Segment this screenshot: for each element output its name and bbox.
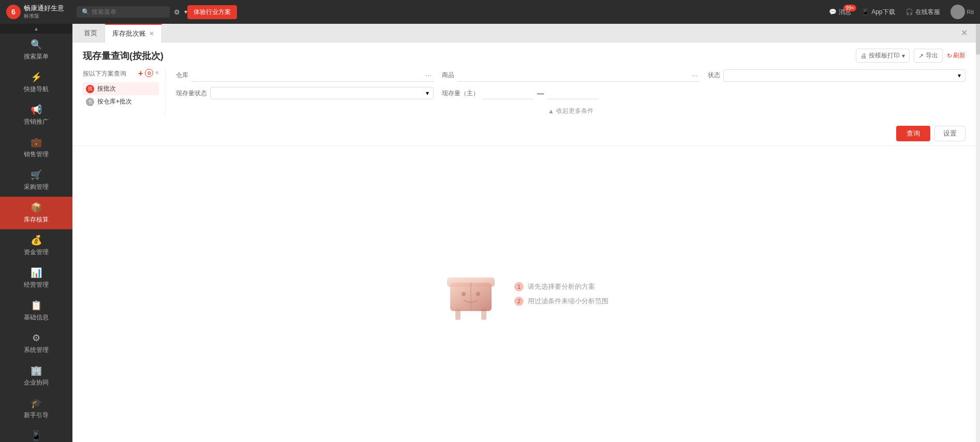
- refresh-button[interactable]: ↻ 刷新: [947, 51, 966, 60]
- empty-tip-1: 1 请先选择要分析的方案: [514, 282, 608, 291]
- user-name: Rit: [967, 9, 974, 15]
- add-scheme-icon[interactable]: +: [138, 69, 143, 78]
- filter-status: 状态 ▾: [708, 69, 966, 82]
- sidebar-item-purchase[interactable]: 🛒 采购管理: [0, 164, 72, 197]
- tip-num-2: 2: [514, 297, 524, 306]
- refresh-label: 刷新: [953, 51, 966, 60]
- messages-badge: 99+: [843, 5, 856, 11]
- tab-home-label: 首页: [84, 28, 97, 38]
- sidebar-item-sales[interactable]: 💼 销售管理: [0, 131, 72, 164]
- user-avatar-action[interactable]: Rit: [951, 5, 974, 19]
- app-center-icon: 📱: [31, 430, 42, 441]
- stock-status-select[interactable]: ▾: [210, 87, 434, 99]
- stock-amount-min[interactable]: [482, 87, 534, 99]
- export-label: 导出: [926, 51, 938, 60]
- filter-stock-amount: 现存量（主） —: [442, 87, 700, 99]
- sidebar-item-quick-nav[interactable]: ⚡ 快捷导航: [0, 66, 72, 99]
- message-icon: 💬: [829, 8, 837, 16]
- search-input[interactable]: [92, 8, 164, 16]
- sidebar-scroll-up[interactable]: ▲: [0, 24, 72, 34]
- warehouse-input[interactable]: ···: [191, 69, 434, 82]
- stock-status-label: 现存量状态: [176, 89, 207, 98]
- tab-inventory-batch[interactable]: 库存批次账 ✕: [105, 24, 162, 42]
- trial-button[interactable]: 体验行业方案: [187, 5, 237, 19]
- svg-point-6: [476, 292, 480, 296]
- app-version: 标准版: [24, 12, 64, 20]
- goods-label: 商品: [442, 71, 454, 80]
- query-button[interactable]: 查询: [896, 126, 930, 141]
- goods-dots-icon[interactable]: ···: [691, 71, 697, 79]
- sidebar-item-app-center[interactable]: 📱 应用中心: [0, 425, 72, 442]
- export-button[interactable]: ↗ 导出: [914, 49, 943, 63]
- tab-inventory-batch-label: 库存批次账: [112, 29, 146, 38]
- main-layout: ▲ 🔍 搜索菜单 ⚡ 快捷导航 📢 营销推广 💼 销售管理 🛒 采购管理 📦 库…: [0, 24, 980, 442]
- basics-icon: 📋: [31, 300, 42, 311]
- enterprise-icon: 🏢: [31, 365, 42, 376]
- settings-button[interactable]: 设置: [934, 126, 966, 141]
- filter-scheme-title: 按以下方案查询 + ⚙ «: [83, 69, 159, 78]
- operations-icon: 📊: [31, 267, 42, 278]
- sidebar-item-basics[interactable]: 📋 基础信息: [0, 294, 72, 327]
- messages-action[interactable]: 💬 消息 99+: [829, 8, 851, 17]
- tab-home[interactable]: 首页: [77, 24, 105, 42]
- scheme-collapse-icon[interactable]: «: [155, 69, 159, 78]
- sidebar-item-search[interactable]: 🔍 搜索菜单: [0, 34, 72, 66]
- sidebar-item-newbie[interactable]: 🎓 新手引导: [0, 392, 72, 425]
- stock-amount-max[interactable]: [547, 87, 599, 99]
- scheme-item-batch[interactable]: 批 按批次: [83, 82, 159, 95]
- headset-icon: 🎧: [905, 8, 913, 16]
- stock-status-dropdown-icon: ▾: [426, 90, 429, 97]
- scheme-item-warehouse-batch[interactable]: 仓 按仓库+批次: [83, 95, 159, 108]
- online-service-action[interactable]: 🎧 在线客服: [905, 8, 940, 17]
- collapse-up-icon: ▲: [548, 108, 554, 115]
- empty-svg: [440, 263, 502, 325]
- sidebar-item-inventory[interactable]: 📦 库存核算: [0, 197, 72, 229]
- sidebar: ▲ 🔍 搜索菜单 ⚡ 快捷导航 📢 营销推广 💼 销售管理 🛒 采购管理 📦 库…: [0, 24, 72, 442]
- scroll-thumb[interactable]: [976, 24, 980, 55]
- page-title: 现存量查询(按批次): [83, 50, 164, 62]
- empty-illustration: [440, 263, 502, 325]
- filter-layout: 按以下方案查询 + ⚙ « 批 按批次 仓 按仓库+批次: [83, 69, 966, 115]
- sidebar-item-label: 经营管理: [24, 281, 49, 289]
- tab-close-icon[interactable]: ✕: [149, 30, 154, 37]
- sidebar-item-label: 库存核算: [24, 215, 49, 224]
- app-download-action[interactable]: 📱 App下载: [862, 8, 895, 17]
- search-box[interactable]: 🔍: [77, 6, 170, 18]
- online-service-label: 在线客服: [915, 8, 940, 17]
- goods-input[interactable]: ···: [457, 69, 700, 82]
- page-header-actions: 🖨 按模板打印 ▾ ↗ 导出 ↻ 刷新: [856, 49, 966, 63]
- status-select[interactable]: ▾: [723, 69, 966, 82]
- scheme-warehouse-batch-icon: 仓: [86, 98, 94, 106]
- sidebar-item-system[interactable]: ⚙ 系统管理: [0, 327, 72, 360]
- sidebar-item-marketing[interactable]: 📢 营销推广: [0, 99, 72, 131]
- scheme-batch-label: 按批次: [97, 84, 116, 93]
- finance-icon: 💰: [31, 234, 42, 246]
- sidebar-item-finance[interactable]: 💰 资金管理: [0, 229, 72, 262]
- scroll-track[interactable]: [976, 24, 980, 442]
- refresh-icon: ↻: [947, 52, 952, 60]
- content-area: 首页 库存批次账 ✕ ✕ 现存量查询(按批次) 🖨 按模板打印 ▾ ↗ 导出: [72, 24, 976, 442]
- warehouse-label: 仓库: [176, 71, 188, 80]
- app-logo: 6 畅康通好生意 标准版: [6, 4, 64, 20]
- sidebar-item-label: 采购管理: [24, 183, 49, 191]
- sidebar-item-label: 快捷导航: [24, 85, 49, 94]
- search-icon: 🔍: [82, 8, 90, 16]
- filter-collapse-btn[interactable]: ▲ 收起更多条件: [176, 105, 966, 115]
- sidebar-item-operations[interactable]: 📊 经营管理: [0, 262, 72, 294]
- print-dropdown-icon[interactable]: ▾: [902, 52, 905, 60]
- gear-icon[interactable]: ⚙: [174, 8, 180, 16]
- scheme-settings-icon[interactable]: ⚙: [145, 69, 153, 77]
- page-close-button[interactable]: ✕: [957, 28, 972, 38]
- sidebar-item-label: 营销推广: [24, 117, 49, 126]
- warehouse-dots-icon[interactable]: ···: [425, 71, 432, 79]
- print-icon: 🖨: [860, 52, 867, 60]
- filter-scheme-title-text: 按以下方案查询: [83, 69, 126, 78]
- stock-amount-range: —: [482, 87, 700, 99]
- scheme-batch-icon: 批: [86, 85, 94, 93]
- top-bar: 6 畅康通好生意 标准版 🔍 ⚙ ▾ 体验行业方案 💬 消息 99+ 📱 App…: [0, 0, 980, 24]
- sidebar-item-enterprise[interactable]: 🏢 企业协同: [0, 360, 72, 392]
- top-bar-mid: 🔍 ⚙ ▾: [77, 6, 187, 18]
- print-button[interactable]: 🖨 按模板打印 ▾: [856, 49, 910, 63]
- tip-num-1: 1: [514, 282, 524, 291]
- filter-warehouse: 仓库 ···: [176, 69, 434, 82]
